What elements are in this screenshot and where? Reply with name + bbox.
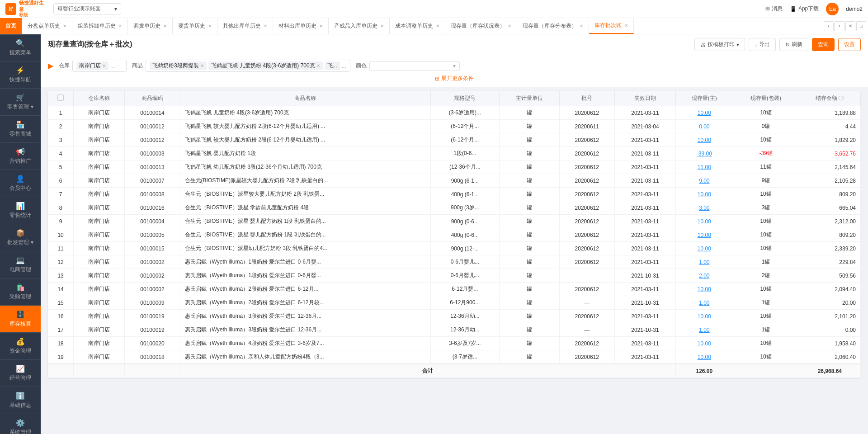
tab-yaohuo-label: 要货单历史 bbox=[178, 22, 205, 30]
product-tag-2-remove[interactable]: ✕ bbox=[316, 63, 320, 68]
cell-unit: 罐 bbox=[499, 160, 559, 174]
sidebar-item-finance[interactable]: 💰 资金管理 bbox=[0, 333, 41, 360]
close-qitachu[interactable]: ✕ bbox=[264, 24, 267, 28]
cell-qty[interactable]: 9.00 bbox=[676, 174, 733, 188]
close-chanpin[interactable]: ✕ bbox=[380, 24, 384, 28]
cell-no: 12 bbox=[48, 255, 74, 269]
tab-home[interactable]: 首页 bbox=[0, 18, 22, 34]
refresh-btn[interactable]: ↻ 刷新 bbox=[779, 38, 808, 51]
expand-arrow[interactable]: ▶ bbox=[48, 61, 53, 70]
sidebar-item-retail[interactable]: 🛒 零售管理 ▾ bbox=[0, 89, 41, 116]
close-chengben[interactable]: ✕ bbox=[436, 24, 439, 28]
cell-amount: 2,060.40 bbox=[799, 350, 860, 364]
tab-next[interactable]: › bbox=[835, 21, 844, 31]
cell-expiry: 2021-03-11 bbox=[614, 283, 675, 296]
cell-qty[interactable]: 2.00 bbox=[676, 269, 733, 283]
app-download-btn[interactable]: 📱 App下载 bbox=[790, 5, 819, 13]
cell-qty[interactable]: 3.00 bbox=[676, 201, 733, 215]
select-all-checkbox[interactable] bbox=[57, 94, 64, 101]
close-kucun-pici[interactable]: ✕ bbox=[624, 23, 628, 28]
tab-kucun-pici-label: 库存批次账 bbox=[594, 22, 622, 29]
warehouse-ellipsis[interactable]: ... bbox=[110, 63, 115, 69]
cell-name: 合生元（BIOSTIME）派星 婴儿配方奶粉 1段 乳铁蛋白的... bbox=[180, 228, 430, 242]
sidebar-item-ecommerce[interactable]: 💻 电商管理 bbox=[0, 251, 41, 278]
cell-qty[interactable]: 10.00 bbox=[676, 215, 733, 228]
tab-zuhechai[interactable]: 组装拆卸单历史 ✕ bbox=[72, 18, 128, 34]
cell-qty[interactable]: 11.00 bbox=[676, 160, 733, 174]
sidebar-item-marketing[interactable]: 📢 营销推广 bbox=[0, 143, 41, 170]
close-zuhechai[interactable]: ✕ bbox=[118, 24, 122, 28]
cell-qty[interactable]: 10.00 bbox=[676, 310, 733, 323]
cell-spec: 1段(0-6... bbox=[431, 147, 500, 160]
cell-qty[interactable]: 1.00 bbox=[676, 296, 733, 310]
sidebar-item-operation[interactable]: 📈 经营管理 bbox=[0, 360, 41, 387]
sidebar-item-retailstats[interactable]: 📊 零售统计 bbox=[0, 197, 41, 224]
sidebar-item-member[interactable]: 👤 会员中心 bbox=[0, 170, 41, 197]
cell-qty[interactable]: 10.00 bbox=[676, 337, 733, 350]
settings-btn[interactable]: 设置 bbox=[838, 38, 861, 51]
amount-info-icon[interactable]: ⓘ bbox=[839, 95, 844, 101]
message-btn[interactable]: ✉ 消息 bbox=[765, 5, 783, 13]
tab-yaohuo[interactable]: 要货单历史 ✕ bbox=[173, 18, 217, 34]
tab-tiaobo[interactable]: 调拨单历史 ✕ bbox=[128, 18, 173, 34]
cell-qty[interactable]: 0.00 bbox=[676, 120, 733, 133]
expand-more-btn[interactable]: ⊞ 展开更多条件 bbox=[435, 75, 474, 82]
warehouse-tag-remove[interactable]: ✕ bbox=[102, 63, 106, 68]
sidebar-item-wholesale[interactable]: 📦 批发管理 ▾ bbox=[0, 224, 41, 251]
color-tag-box[interactable]: ▾ bbox=[369, 61, 460, 71]
table-row: 6南岸门店00100007合生元(BIOSTIME)派星较大婴儿配方奶粉 2段 … bbox=[48, 174, 861, 188]
cell-qty[interactable]: 10.00 bbox=[676, 228, 733, 242]
cell-batchno: — bbox=[559, 269, 614, 283]
table-container: 仓库名称 商品编码 商品名称 规格型号 主计量单位 批号 失效日期 现存量(主)… bbox=[41, 87, 868, 434]
sidebar-item-purchase[interactable]: 🛍️ 采购管理 bbox=[0, 278, 41, 306]
tab-chengben[interactable]: 成本调整单历史 ✕ bbox=[390, 18, 445, 34]
export-btn[interactable]: ↓ 导出 bbox=[749, 38, 776, 51]
cell-batchno: 20200612 bbox=[559, 350, 614, 364]
cell-qty[interactable]: 10.00 bbox=[676, 283, 733, 296]
sidebar-item-shortcut[interactable]: ⚡ 快捷导航 bbox=[0, 61, 41, 89]
sidebar-item-search[interactable]: 🔍 搜索菜单 bbox=[0, 34, 41, 61]
product-ellipsis[interactable]: ... bbox=[342, 63, 346, 69]
cell-qtypkg: 10罐 bbox=[733, 283, 799, 296]
close-kucun-status[interactable]: ✕ bbox=[508, 24, 511, 28]
tab-fenpan[interactable]: 分盘点单历史 ✕ bbox=[22, 18, 72, 34]
tab-close-all[interactable]: ✕ bbox=[845, 21, 855, 31]
cell-code: 00100015 bbox=[125, 242, 180, 255]
sidebar-item-basic[interactable]: ℹ️ 基础信息 bbox=[0, 387, 41, 414]
user-avatar[interactable]: Ea bbox=[826, 3, 839, 15]
cell-qty[interactable]: 10.00 bbox=[676, 106, 733, 120]
cell-qty[interactable]: 10.00 bbox=[676, 350, 733, 364]
cell-qty[interactable]: 10.00 bbox=[676, 188, 733, 201]
sidebar-item-system[interactable]: ⚙️ 系统管理 bbox=[0, 414, 41, 434]
cell-qty[interactable]: -39.00 bbox=[676, 147, 733, 160]
close-tiaobo[interactable]: ✕ bbox=[163, 24, 167, 28]
tab-maximize[interactable]: □ bbox=[856, 21, 866, 31]
warehouse-tag-box[interactable]: 南岸门店 ✕ ... bbox=[72, 60, 127, 72]
cell-qtypkg: 10罐 bbox=[733, 242, 799, 255]
color-label: 颜色 bbox=[356, 62, 367, 70]
tab-kucun-pici[interactable]: 库存批次账 ✕ bbox=[589, 18, 634, 34]
cell-qty[interactable]: 1.00 bbox=[676, 255, 733, 269]
tab-qitachu[interactable]: 其他出库单历史 ✕ bbox=[217, 18, 273, 34]
sidebar-item-inventory[interactable]: 🗄️ 库存核算 bbox=[0, 306, 41, 333]
query-btn[interactable]: 查询 bbox=[812, 38, 835, 51]
industry-selector[interactable]: 母婴行业演示账套 ▾ bbox=[53, 3, 121, 14]
cell-batchno: 20200612 bbox=[559, 283, 614, 296]
sidebar-item-retailshop[interactable]: 🏪 零售商城 bbox=[0, 116, 41, 143]
cell-qty[interactable]: 10.00 bbox=[676, 133, 733, 147]
cell-qty[interactable]: 1.00 bbox=[676, 323, 733, 337]
product-tag-box[interactable]: 飞鹤奶粉3段两提装 ✕ 飞鹤星飞帆 儿童奶粉 4段(3-6岁适用) 700克 ✕… bbox=[146, 60, 350, 72]
close-kucun-fenbu[interactable]: ✕ bbox=[580, 24, 583, 28]
tab-prev[interactable]: ‹ bbox=[824, 21, 834, 31]
close-yaohuo[interactable]: ✕ bbox=[208, 24, 212, 28]
tab-kucun-status[interactable]: 现存量（库存状况表） ✕ bbox=[445, 18, 517, 34]
cell-qty[interactable]: 10.00 bbox=[676, 242, 733, 255]
tab-kucun-fenbu[interactable]: 现存量（库存分布表） ✕ bbox=[517, 18, 589, 34]
tab-cailiao[interactable]: 材料出库单历史 ✕ bbox=[273, 18, 329, 34]
tab-chanpin[interactable]: 产成品入库单历史 ✕ bbox=[329, 18, 390, 34]
product-tag-1-remove[interactable]: ✕ bbox=[200, 63, 204, 68]
print-btn[interactable]: 🖨 按模板打印 ▾ bbox=[694, 38, 745, 51]
close-cailiao[interactable]: ✕ bbox=[319, 24, 323, 28]
logo-sub: 标版 bbox=[19, 12, 46, 18]
close-fenpan[interactable]: ✕ bbox=[63, 24, 66, 28]
